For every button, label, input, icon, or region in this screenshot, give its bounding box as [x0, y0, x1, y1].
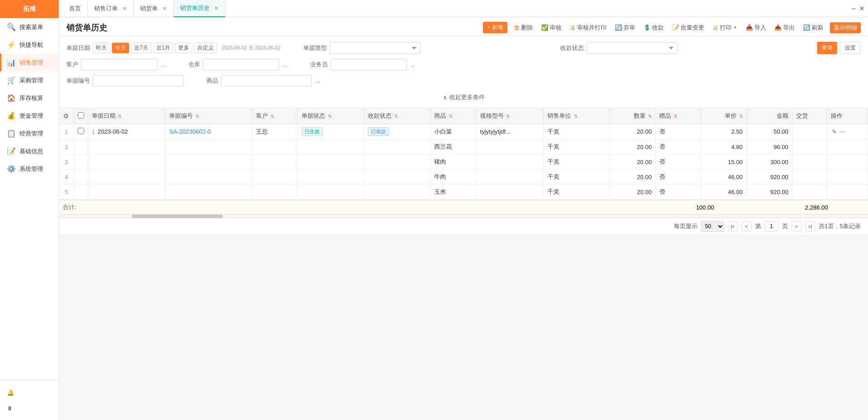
- sidebar-item-label: 基础信息: [20, 147, 43, 155]
- tab-sales-history[interactable]: 销货单历史 ✕: [174, 0, 226, 17]
- cell-spec: [476, 140, 544, 155]
- scrollbar-area[interactable]: [59, 214, 868, 218]
- query-button[interactable]: 查询: [817, 42, 837, 54]
- first-page-btn[interactable]: |<: [728, 221, 738, 231]
- cell-unit: 千克: [544, 155, 610, 170]
- settings-button[interactable]: 设置: [840, 42, 861, 54]
- col-unit-price[interactable]: 单价 ⇅: [701, 108, 747, 124]
- prev-page-btn[interactable]: <: [742, 221, 752, 231]
- cell-doc-status: 已生效: [298, 124, 364, 140]
- add-button[interactable]: + 新增: [483, 22, 507, 33]
- window-minimize[interactable]: ─: [852, 5, 856, 12]
- date-btn-today[interactable]: 今天: [112, 43, 129, 53]
- tab-sales-history-close[interactable]: ✕: [214, 5, 219, 11]
- action-more-btn[interactable]: ⋯: [838, 128, 846, 135]
- tab-home-label: 首页: [69, 5, 81, 13]
- col-spec[interactable]: 规格型号 ⇅: [476, 108, 544, 124]
- filter-goods: 商品 ...: [206, 75, 320, 87]
- doc-status-tag: 已生效: [301, 127, 323, 136]
- tab-sales-delivery[interactable]: 销货单 ✕: [134, 0, 174, 17]
- date-btn-custom[interactable]: 自定义: [194, 43, 217, 53]
- scrollbar-thumb[interactable]: [132, 215, 223, 218]
- review-button[interactable]: ✅ 审核: [539, 23, 563, 33]
- tab-sales-order-close[interactable]: ✕: [122, 5, 127, 12]
- sidebar-item-inventory[interactable]: 🏠 库存核算: [0, 89, 59, 107]
- sidebar-item-quicknav[interactable]: ⚡ 快捷导航: [0, 36, 59, 54]
- next-page-btn[interactable]: >: [792, 221, 802, 231]
- date-btn-1month[interactable]: 近1月: [153, 43, 174, 53]
- page-header: 销货单历史 + 新增 🗑 删除 ✅ 审核 🖨 审核并打印 🔄 弃审: [59, 17, 868, 36]
- cell-action: [827, 155, 868, 170]
- cell-spec: [476, 155, 544, 170]
- action-edit-btn[interactable]: ✎: [831, 128, 838, 135]
- sidebar-item-operations[interactable]: 📋 经营管理: [0, 125, 59, 142]
- col-doc-no[interactable]: 单据编号 ⇅: [166, 108, 252, 124]
- display-button[interactable]: 显示明细: [830, 22, 861, 33]
- collapse-button[interactable]: ∧ 收起更多条件: [66, 91, 861, 102]
- filter-doc-no-label: 单据编号: [66, 77, 90, 85]
- doc-no-link[interactable]: SA-20230602-0: [169, 128, 211, 135]
- window-close[interactable]: ✕: [859, 5, 864, 12]
- sidebar-item-label: 销售管理: [20, 59, 43, 67]
- cell-gift: 否: [656, 140, 701, 155]
- col-qty[interactable]: 数量 ⇅: [610, 108, 656, 124]
- filter-goods-input[interactable]: [221, 75, 312, 87]
- table-body: 1 12023-06-02 SA-20230602-0 王总 已生效 已收款 小…: [59, 124, 868, 200]
- sidebar-item-purchase[interactable]: 🛒 采购管理: [0, 71, 59, 89]
- salesperson-dots-btn[interactable]: ...: [411, 61, 415, 68]
- refresh-button[interactable]: 🔃 刷新: [801, 23, 825, 33]
- page-size-select[interactable]: 50 100: [701, 221, 724, 232]
- cell-customer: [252, 140, 298, 155]
- tab-sales-delivery-close[interactable]: ✕: [162, 5, 167, 12]
- date-btn-more[interactable]: 更多: [175, 43, 192, 53]
- sidebar-item-finance[interactable]: 💰 资金管理: [0, 107, 59, 125]
- col-customer[interactable]: 客户 ⇅: [252, 108, 298, 124]
- cell-action: [827, 140, 868, 155]
- goods-dots-btn[interactable]: ...: [316, 78, 320, 84]
- page-number-input[interactable]: [765, 221, 778, 231]
- cell-row-num: [88, 170, 166, 185]
- col-doc-status[interactable]: 单据状态 ⇅: [298, 108, 364, 124]
- batch-change-button[interactable]: 📝 批量变更: [670, 23, 706, 33]
- col-unit[interactable]: 销售单位 ⇅: [544, 108, 610, 124]
- sidebar-item-sales[interactable]: 📊 销售管理: [0, 54, 59, 71]
- col-doc-date[interactable]: 单据日期 ⇅: [88, 108, 166, 124]
- col-gift[interactable]: 赠品 ⇅: [656, 108, 701, 124]
- col-settings[interactable]: ⚙: [59, 108, 74, 124]
- col-goods[interactable]: 商品 ⇅: [431, 108, 476, 124]
- export-button[interactable]: 📤 导出: [773, 23, 797, 33]
- sidebar-bottom-pause[interactable]: ⏸: [0, 400, 59, 416]
- sidebar-item-search[interactable]: 🔍 搜索菜单: [0, 18, 59, 36]
- warehouse-dots-btn[interactable]: ...: [283, 61, 287, 68]
- filter-warehouse-input[interactable]: [203, 59, 279, 70]
- col-payment-status[interactable]: 收款状态 ⇅: [364, 108, 431, 124]
- import-button[interactable]: 📥 导入: [744, 23, 768, 33]
- select-all-checkbox[interactable]: [78, 112, 84, 119]
- last-page-btn[interactable]: >|: [805, 221, 815, 231]
- filter-salesperson-input[interactable]: [331, 59, 407, 70]
- print-button[interactable]: 🖨 打印 ▼: [711, 23, 739, 33]
- date-btn-yesterday[interactable]: 昨天: [93, 43, 110, 53]
- settings-gear-icon[interactable]: ⚙: [63, 112, 69, 120]
- batch-change-label: 批量变更: [681, 24, 704, 32]
- customer-dots-btn[interactable]: ...: [161, 61, 166, 68]
- collect-button[interactable]: 💲 收款: [642, 23, 666, 33]
- sidebar-item-system[interactable]: ⚙️ 系统管理: [0, 160, 59, 178]
- page-title: 销货单历史: [66, 22, 107, 33]
- tab-home[interactable]: 首页: [63, 0, 88, 17]
- filter-payment-status-select[interactable]: [587, 42, 677, 54]
- sidebar-item-basicinfo[interactable]: 📝 基础信息: [0, 142, 59, 160]
- filter-customer-input[interactable]: [81, 59, 157, 70]
- cell-qty: 20.00: [610, 155, 656, 170]
- col-transaction-label: 交货: [796, 112, 808, 119]
- tab-sales-order[interactable]: 销售订单 ✕: [88, 0, 134, 17]
- filter-doc-no-input[interactable]: [93, 75, 184, 87]
- review-print-button[interactable]: 🖨 审核并打印: [568, 23, 608, 33]
- row-checkbox[interactable]: [78, 128, 84, 134]
- filter-doc-type-select[interactable]: [330, 42, 421, 54]
- sidebar-bottom-notification[interactable]: 🔔: [0, 385, 59, 400]
- delete-button[interactable]: 🗑 删除: [512, 23, 535, 33]
- date-btn-7days[interactable]: 近7天: [131, 43, 151, 53]
- abandon-button[interactable]: 🔄 弃审: [613, 23, 637, 33]
- table-header-row: ⚙ 单据日期 ⇅ 单据编号 ⇅: [59, 108, 868, 124]
